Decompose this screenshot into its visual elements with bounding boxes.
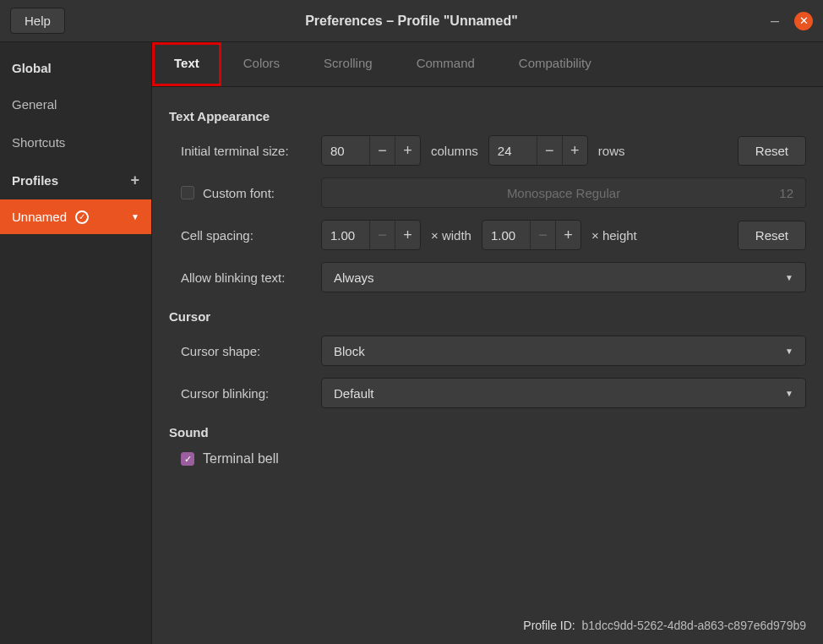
chevron-down-icon: ▼	[785, 347, 793, 356]
columns-decr-icon[interactable]: −	[369, 136, 395, 165]
body: Global General Shortcuts Profiles + Unna…	[0, 42, 823, 644]
window-controls: – ✕	[771, 12, 813, 30]
height-value: 1.00	[482, 228, 530, 243]
cursor-shape-label: Cursor shape:	[169, 344, 321, 358]
row-cell-spacing: Cell spacing: 1.00 − + × width 1.00 − + …	[169, 220, 806, 250]
sidebar-item-general[interactable]: General	[0, 85, 151, 123]
sidebar-profile-unnamed[interactable]: Unnamed ✓ ▼	[0, 199, 151, 234]
allow-blink-label: Allow blinking text:	[169, 270, 321, 285]
section-cursor: Cursor	[169, 309, 806, 324]
cell-spacing-label: Cell spacing:	[169, 228, 321, 243]
reset-size-button[interactable]: Reset	[738, 136, 806, 166]
section-sound: Sound	[169, 425, 806, 439]
rows-incr-icon[interactable]: +	[562, 136, 587, 165]
columns-incr-icon[interactable]: +	[395, 136, 420, 165]
font-select-button[interactable]: Monospace Regular 12	[321, 177, 806, 208]
sidebar-item-shortcuts[interactable]: Shortcuts	[0, 123, 151, 161]
columns-unit: columns	[431, 144, 478, 158]
rows-value: 24	[489, 144, 537, 158]
profile-checked-icon: ✓	[75, 210, 89, 224]
terminal-bell-label: Terminal bell	[203, 451, 279, 467]
rows-unit: rows	[598, 144, 625, 158]
cursor-shape-select[interactable]: Block ▼	[321, 336, 806, 366]
width-decr-icon[interactable]: −	[369, 221, 395, 249]
width-incr-icon[interactable]: +	[395, 221, 420, 249]
rows-spinner[interactable]: 24 − +	[488, 135, 588, 166]
width-unit: × width	[431, 228, 471, 243]
custom-font-checkbox[interactable]	[181, 186, 194, 199]
tab-scrolling[interactable]: Scrolling	[302, 42, 395, 86]
row-terminal-bell: ✓ Terminal bell	[169, 451, 806, 467]
row-cursor-blinking: Cursor blinking: Default ▼	[169, 378, 806, 408]
custom-font-label: Custom font:	[203, 186, 275, 200]
chevron-down-icon: ▼	[785, 389, 793, 398]
tab-command[interactable]: Command	[395, 42, 497, 86]
cursor-blinking-label: Cursor blinking:	[169, 386, 321, 401]
custom-font-label-wrap: Custom font:	[169, 186, 321, 200]
footer: Profile ID: b1dcc9dd-5262-4d8d-a863-c897…	[152, 607, 823, 644]
sidebar-heading-profiles: Profiles +	[0, 161, 151, 199]
sidebar: Global General Shortcuts Profiles + Unna…	[0, 42, 152, 644]
profile-id-value: b1dcc9dd-5262-4d8d-a863-c897e6d979b9	[582, 619, 806, 632]
font-size: 12	[779, 186, 793, 200]
width-value: 1.00	[322, 228, 369, 243]
row-cursor-shape: Cursor shape: Block ▼	[169, 336, 806, 366]
chevron-down-icon: ▼	[785, 273, 793, 282]
preferences-window: Help Preferences – Profile "Unnamed" – ✕…	[0, 0, 823, 644]
cursor-blinking-select[interactable]: Default ▼	[321, 378, 806, 408]
tabbar: Text Colors Scrolling Command Compatibil…	[152, 42, 823, 87]
allow-blink-select[interactable]: Always ▼	[321, 262, 806, 292]
window-title: Preferences – Profile "Unnamed"	[0, 14, 823, 29]
height-spinner[interactable]: 1.00 − +	[482, 220, 581, 250]
height-unit: × height	[591, 228, 637, 243]
reset-spacing-button[interactable]: Reset	[738, 221, 806, 250]
columns-spinner[interactable]: 80 − +	[321, 135, 421, 166]
cursor-shape-value: Block	[334, 344, 365, 358]
tab-text[interactable]: Text	[152, 42, 221, 86]
row-custom-font: Custom font: Monospace Regular 12	[169, 177, 806, 208]
tab-colors[interactable]: Colors	[221, 42, 302, 86]
titlebar: Help Preferences – Profile "Unnamed" – ✕	[0, 0, 823, 42]
height-incr-icon[interactable]: +	[555, 221, 580, 249]
allow-blink-value: Always	[334, 270, 374, 285]
profile-id-label: Profile ID:	[523, 619, 575, 632]
cursor-blinking-value: Default	[334, 386, 374, 401]
section-text-appearance: Text Appearance	[169, 109, 806, 123]
width-spinner[interactable]: 1.00 − +	[321, 220, 421, 250]
tab-content: Text Appearance Initial terminal size: 8…	[152, 87, 823, 607]
tab-compatibility[interactable]: Compatibility	[497, 42, 613, 86]
terminal-bell-wrap: ✓ Terminal bell	[169, 451, 279, 467]
profiles-label: Profiles	[12, 173, 58, 188]
profile-name: Unnamed	[12, 210, 67, 224]
add-profile-icon[interactable]: +	[130, 172, 139, 189]
profile-menu-arrow-icon[interactable]: ▼	[131, 212, 139, 221]
minimize-icon[interactable]: –	[771, 12, 779, 30]
rows-decr-icon[interactable]: −	[537, 136, 562, 165]
help-button[interactable]: Help	[10, 8, 65, 34]
font-name: Monospace Regular	[507, 186, 620, 200]
height-decr-icon[interactable]: −	[530, 221, 555, 249]
columns-value: 80	[322, 144, 369, 158]
terminal-bell-checkbox[interactable]: ✓	[181, 452, 194, 466]
close-icon[interactable]: ✕	[794, 12, 813, 30]
sidebar-heading-global: Global	[0, 51, 151, 85]
row-initial-size: Initial terminal size: 80 − + columns 24…	[169, 135, 806, 166]
row-allow-blink: Allow blinking text: Always ▼	[169, 262, 806, 292]
initial-size-label: Initial terminal size:	[169, 144, 321, 158]
main-panel: Text Colors Scrolling Command Compatibil…	[152, 42, 823, 644]
